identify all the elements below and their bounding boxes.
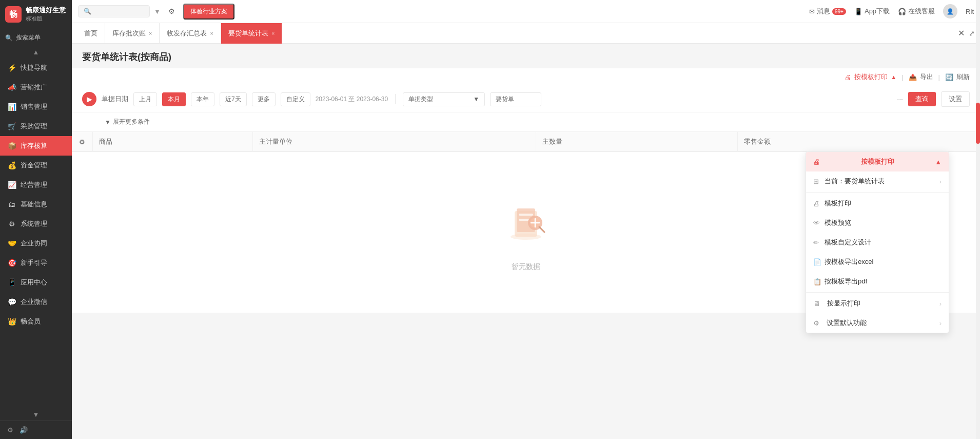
settings-btn[interactable]: 设置 (941, 91, 970, 107)
app-logo-icon: 畅 (5, 6, 22, 23)
refresh-btn[interactable]: 🔄 刷新 (945, 72, 970, 82)
settings-gear-icon[interactable]: ⚙ (7, 426, 13, 434)
sidebar-item-label: 企业协同 (21, 239, 47, 248)
sidebar-item-label: 经营管理 (21, 180, 47, 189)
current-template-item[interactable]: ⊞ 当前：要货单统计表 (806, 171, 949, 191)
messages-btn[interactable]: ✉ 消息 99+ (809, 7, 846, 16)
purchase-icon: 🛒 (7, 122, 16, 130)
sidebar-item-label: 快捷导航 (21, 63, 47, 72)
sidebar-item-inventory[interactable]: 📦 库存核算 (0, 136, 72, 156)
tab-home-label: 首页 (84, 29, 97, 38)
order-type-dropdown[interactable]: 单据类型 ▼ (403, 92, 485, 106)
messages-label: 消息 (817, 7, 830, 16)
default-settings-section[interactable]: ⚙ 设置默认功能 › (806, 313, 949, 333)
sidebar-item-label: 应用中心 (21, 278, 47, 287)
print-dropdown-title: 按模板打印 (861, 157, 894, 166)
content-area: 要货单统计表(按商品) 🖨 按模板打印 ▲ | 📤 导出 | 🔄 刷新 ▶ 单据… (72, 44, 980, 439)
speaker-icon[interactable]: 🔊 (19, 426, 28, 434)
col-settings[interactable]: ⚙ (72, 132, 92, 152)
print-up-arrow: ▲ (891, 74, 896, 80)
sidebar-search[interactable]: 🔍 搜索菜单 (0, 29, 72, 46)
sidebar-item-marketing[interactable]: 📣 营销推广 (0, 78, 72, 97)
scrollbar-thumb[interactable] (976, 103, 980, 144)
filter-actions-row: 🖨 按模板打印 ▲ | 📤 导出 | 🔄 刷新 (72, 68, 980, 86)
app-version: 标准版 (26, 15, 66, 22)
sidebar-item-basics[interactable]: 🗂 基础信息 (0, 195, 72, 214)
topbar-actions: ✉ 消息 99+ 📱 App下载 🎧 在线客服 👤 Rit (809, 4, 974, 18)
template-design-item[interactable]: ✏ 模板自定义设计 (806, 233, 949, 252)
tab-inventory-batch[interactable]: 库存批次账 × (105, 23, 160, 44)
sidebar-item-finance[interactable]: 💰 资金管理 (0, 156, 72, 175)
export-label: 导出 (920, 72, 933, 82)
date-btn-this-year[interactable]: 本年 (191, 92, 214, 106)
order-subtype-label: 要货单 (496, 95, 514, 104)
export-icon: 📤 (909, 73, 917, 81)
tab-receive-summary[interactable]: 收发存汇总表 × (160, 23, 221, 44)
date-btn-last-month[interactable]: 上月 (133, 92, 157, 106)
sidebar-item-label: 资金管理 (21, 161, 47, 170)
tab-receive-summary-close[interactable]: × (210, 30, 213, 36)
sidebar-item-enterprise[interactable]: 🤝 企业协同 (0, 234, 72, 253)
sidebar-item-wechat[interactable]: 💬 企业微信 (0, 292, 72, 312)
sidebar-item-label: 新手引导 (21, 258, 47, 268)
sidebar-item-members[interactable]: 👑 畅会员 (0, 312, 72, 331)
data-table: ⚙ 商品 主计量单位 主数量 零售金额 (72, 132, 980, 152)
template-print-label: 模板打印 (825, 199, 851, 208)
order-type-label: 单据类型 (408, 95, 433, 104)
tab-receive-summary-label: 收发存汇总表 (167, 29, 207, 38)
template-preview-icon: 👁 (813, 219, 820, 227)
topbar-gear-btn[interactable]: ⚙ (165, 4, 179, 18)
sidebar-scroll-up[interactable]: ▲ (0, 46, 72, 58)
sidebar-item-appstore[interactable]: 📱 应用中心 (0, 273, 72, 292)
expand-label: 展开更多条件 (113, 118, 150, 126)
template-preview-item[interactable]: 👁 模板预览 (806, 213, 949, 233)
display-print-section[interactable]: 🖥 按显示打印 › (806, 294, 949, 313)
print-template-btn[interactable]: 🖨 按模板打印 ▲ (845, 72, 896, 82)
topbar-search-box[interactable]: 🔍 (78, 5, 150, 17)
download-icon: 📱 (854, 8, 863, 15)
tab-order-stats[interactable]: 要货单统计表 × (221, 23, 282, 44)
sidebar-item-label: 基础信息 (21, 200, 47, 209)
tab-close-window-btn[interactable]: ✕ (958, 28, 965, 38)
sidebar-item-system[interactable]: ⚙ 系统管理 (0, 214, 72, 234)
user-avatar[interactable]: 👤 (943, 4, 957, 18)
more-options-icon[interactable]: ··· (897, 95, 903, 103)
sidebar-item-label: 销售管理 (21, 102, 47, 111)
refresh-icon: 🔄 (945, 73, 953, 81)
app-download-btn[interactable]: 📱 App下载 (854, 7, 890, 16)
sidebar-bottom: ⚙ 🔊 (0, 421, 72, 439)
filter-toggle-btn[interactable]: ▶ (82, 92, 96, 106)
popup-divider-2 (806, 292, 949, 293)
topbar-dropdown-arrow[interactable]: ▼ (154, 8, 161, 15)
sidebar-item-label: 系统管理 (21, 219, 47, 228)
date-btn-custom[interactable]: 自定义 (281, 92, 310, 106)
sidebar-item-sales[interactable]: 📊 销售管理 (0, 97, 72, 117)
query-btn[interactable]: 查询 (908, 92, 936, 106)
expand-more-btn[interactable]: ▼ 展开更多条件 (101, 116, 970, 128)
tab-order-stats-close[interactable]: × (271, 30, 275, 36)
default-settings-label: 设置默认功能 (827, 318, 867, 328)
export-btn[interactable]: 📤 导出 (909, 72, 933, 82)
trial-btn[interactable]: 体验行业方案 (183, 4, 234, 20)
tab-home[interactable]: 首页 (77, 23, 105, 44)
template-print-item[interactable]: 🖨 模板打印 (806, 194, 949, 213)
date-btn-7days[interactable]: 近7天 (220, 92, 247, 106)
date-btn-more[interactable]: 更多 (252, 92, 276, 106)
popup-divider-1 (806, 192, 949, 193)
sidebar-item-operations[interactable]: 📈 经营管理 (0, 175, 72, 195)
print-dropdown-close[interactable]: ▲ (935, 158, 942, 166)
template-export-pdf-item[interactable]: 📋 按模板导出pdf (806, 272, 949, 291)
tab-restore-btn[interactable]: ⤢ (969, 29, 975, 37)
tab-inventory-batch-close[interactable]: × (149, 30, 152, 36)
template-design-label: 模板自定义设计 (825, 238, 871, 247)
online-service-btn[interactable]: 🎧 在线客服 (898, 7, 935, 16)
sidebar-item-purchase[interactable]: 🛒 采购管理 (0, 117, 72, 136)
sidebar-item-guide[interactable]: 🎯 新手引导 (0, 253, 72, 273)
order-subtype-dropdown[interactable]: 要货单 (490, 92, 541, 106)
sidebar-item-quick-nav[interactable]: ⚡ 快捷导航 (0, 58, 72, 78)
empty-icon (500, 193, 552, 254)
sidebar-scroll-down[interactable]: ▼ (0, 409, 72, 421)
date-btn-this-month[interactable]: 本月 (162, 92, 186, 106)
search-icon: 🔍 (5, 34, 13, 42)
template-export-excel-item[interactable]: 📄 按模板导出excel (806, 252, 949, 272)
